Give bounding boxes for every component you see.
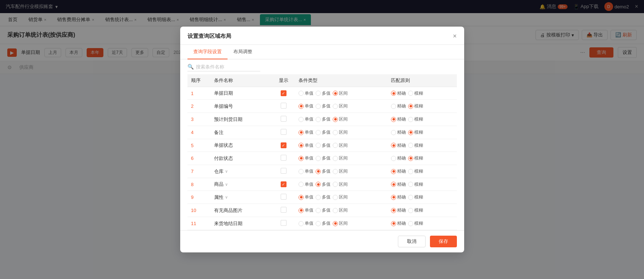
search-input[interactable]	[196, 64, 254, 70]
search-wrapper: 🔍	[187, 64, 260, 71]
modal-tabs: 查询字段设置 布局调整	[180, 45, 464, 59]
modal-dialog: 设置查询区域布局 × 查询字段设置 布局调整 🔍 顺序	[180, 27, 464, 74]
modal-close-button[interactable]: ×	[453, 32, 457, 40]
modal-tab-field-settings[interactable]: 查询字段设置	[187, 45, 228, 59]
modal-tab-layout-adjust[interactable]: 布局调整	[228, 45, 258, 59]
modal-title: 设置查询区域布局	[187, 33, 231, 40]
search-icon: 🔍	[187, 64, 194, 70]
modal-search-area: 🔍	[180, 59, 464, 74]
modal-header: 设置查询区域布局 ×	[180, 27, 464, 45]
modal-overlay: 设置查询区域布局 × 查询字段设置 布局调整 🔍 顺序	[0, 0, 644, 74]
